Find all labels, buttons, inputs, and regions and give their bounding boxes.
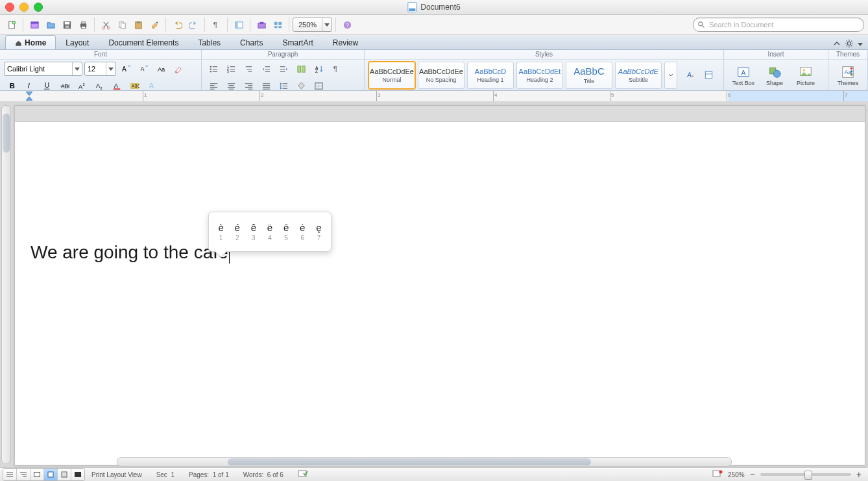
zoom-window-button[interactable] — [34, 3, 43, 12]
track-changes-icon[interactable] — [712, 470, 723, 479]
font-name-combo[interactable] — [4, 62, 82, 76]
new-document-button[interactable] — [4, 17, 19, 32]
sort-button[interactable]: AZ — [311, 61, 326, 77]
svg-point-27 — [699, 22, 703, 26]
grow-font-button[interactable]: A — [118, 61, 134, 77]
manage-styles-button[interactable] — [701, 68, 716, 83]
group-themes-title: Themes — [828, 50, 867, 60]
ribbon-collapse-button[interactable] — [833, 40, 841, 49]
font-size-input[interactable] — [85, 63, 106, 75]
template-button[interactable] — [27, 17, 42, 32]
view-notebook-button[interactable] — [58, 469, 71, 480]
tab-review[interactable]: Review — [323, 35, 368, 49]
home-icon — [15, 40, 22, 47]
view-buttons — [3, 468, 85, 481]
style-no-spacing[interactable]: AaBbCcDdEeNo Spacing — [418, 62, 464, 89]
gallery-button[interactable] — [270, 17, 285, 32]
insert-shape-button[interactable]: Shape — [759, 61, 790, 90]
document-text[interactable]: We are going to the cafe — [30, 242, 230, 264]
zoom-slider[interactable] — [760, 473, 851, 476]
ribbon-settings-button[interactable] — [845, 39, 854, 49]
ribbon-menu-icon[interactable] — [858, 43, 863, 46]
styles-pane-button[interactable]: Aa — [683, 68, 699, 83]
style-subtitle[interactable]: AaBbCcDdESubtitle — [615, 62, 662, 89]
insert-textbox-button[interactable]: AText Box — [728, 61, 759, 90]
show-formatting-button[interactable]: ¶ — [208, 17, 224, 32]
group-styles-title: Styles — [365, 50, 723, 60]
open-button[interactable] — [43, 17, 58, 32]
change-case-button[interactable]: Aa — [153, 61, 169, 77]
redo-button[interactable] — [186, 17, 201, 32]
ribbon: Font A A Aa B I U ABC A2 A2 — [0, 50, 868, 91]
paragraph-marks-button[interactable]: ¶ — [328, 61, 344, 77]
zoom-dropdown-icon[interactable] — [322, 18, 332, 31]
indent-marker-icon[interactable] — [26, 92, 32, 102]
svg-rect-9 — [81, 26, 85, 29]
accent-option-2[interactable]: é2 — [229, 215, 245, 249]
svg-point-47 — [210, 71, 211, 72]
font-name-input[interactable] — [5, 63, 72, 75]
vertical-scroll-thumb[interactable] — [3, 114, 10, 153]
themes-button[interactable]: AaThemes — [832, 61, 863, 90]
accent-option-7[interactable]: ę7 — [311, 215, 327, 249]
zoom-combo[interactable]: 250% — [293, 18, 332, 32]
tab-smartart[interactable]: SmartArt — [272, 35, 322, 49]
decrease-indent-button[interactable] — [258, 61, 274, 77]
style-heading-2[interactable]: AaBbCcDdEtHeading 2 — [516, 62, 563, 89]
print-button[interactable] — [75, 17, 91, 32]
group-font-title: Font — [0, 50, 201, 60]
view-outline-button[interactable] — [17, 469, 30, 480]
close-window-button[interactable] — [5, 3, 14, 12]
styles-more-button[interactable] — [664, 62, 677, 89]
increase-indent-button[interactable] — [276, 61, 291, 77]
tab-layout[interactable]: Layout — [56, 35, 99, 49]
toolbox-button[interactable] — [254, 17, 269, 32]
svg-point-63 — [773, 70, 780, 77]
view-publishing-button[interactable] — [30, 469, 44, 480]
shrink-font-button[interactable]: A — [136, 61, 151, 77]
accent-option-5[interactable]: ē5 — [278, 215, 295, 249]
numbering-button[interactable]: 123 — [223, 61, 239, 77]
accent-option-3[interactable]: ê3 — [245, 215, 261, 249]
search-input[interactable] — [708, 20, 860, 29]
bullets-button[interactable] — [206, 61, 221, 77]
spellcheck-icon[interactable] — [298, 470, 308, 479]
zoom-slider-knob[interactable] — [804, 471, 812, 480]
horizontal-scroll-thumb[interactable] — [228, 458, 591, 465]
view-draft-button[interactable] — [3, 469, 17, 480]
multilevel-list-button[interactable] — [241, 61, 256, 77]
style-heading-1[interactable]: AaBbCcDHeading 1 — [467, 62, 514, 89]
document-page[interactable]: We are going to the cafe — [14, 105, 865, 465]
accent-option-4[interactable]: ë4 — [261, 215, 278, 249]
view-focus-button[interactable] — [71, 469, 84, 480]
columns-button[interactable] — [293, 61, 309, 77]
sidebar-toggle-button[interactable] — [231, 17, 247, 32]
style-title[interactable]: AaBbCTitle — [566, 62, 612, 89]
tab-home[interactable]: Home — [5, 35, 56, 49]
style-normal[interactable]: AaBbCcDdEeNormal — [368, 62, 415, 89]
horizontal-scrollbar[interactable] — [117, 457, 732, 467]
accent-option-6[interactable]: ė6 — [295, 215, 311, 249]
help-button[interactable]: ? — [339, 17, 355, 32]
accent-option-1[interactable]: è1 — [213, 215, 229, 249]
tab-document-elements[interactable]: Document Elements — [99, 35, 188, 49]
zoom-out-button[interactable]: − — [750, 469, 755, 480]
zoom-in-button[interactable]: + — [856, 469, 862, 480]
svg-text:2: 2 — [82, 82, 84, 86]
insert-picture-button[interactable]: Picture — [790, 61, 821, 90]
tab-tables[interactable]: Tables — [188, 35, 230, 49]
clear-formatting-button[interactable] — [171, 61, 186, 77]
format-painter-button[interactable] — [147, 17, 162, 32]
vertical-scrollbar[interactable] — [1, 105, 11, 464]
save-button[interactable] — [59, 17, 75, 32]
cut-button[interactable] — [98, 17, 114, 32]
view-print-layout-button[interactable] — [44, 469, 58, 480]
minimize-window-button[interactable] — [19, 3, 29, 12]
font-size-combo[interactable] — [84, 62, 116, 76]
undo-button[interactable] — [169, 17, 185, 32]
tab-charts[interactable]: Charts — [230, 35, 272, 49]
search-field[interactable] — [693, 18, 864, 32]
copy-button[interactable] — [114, 17, 130, 32]
group-insert: Insert AText Box Shape Picture — [724, 50, 828, 90]
paste-button[interactable] — [130, 17, 146, 32]
